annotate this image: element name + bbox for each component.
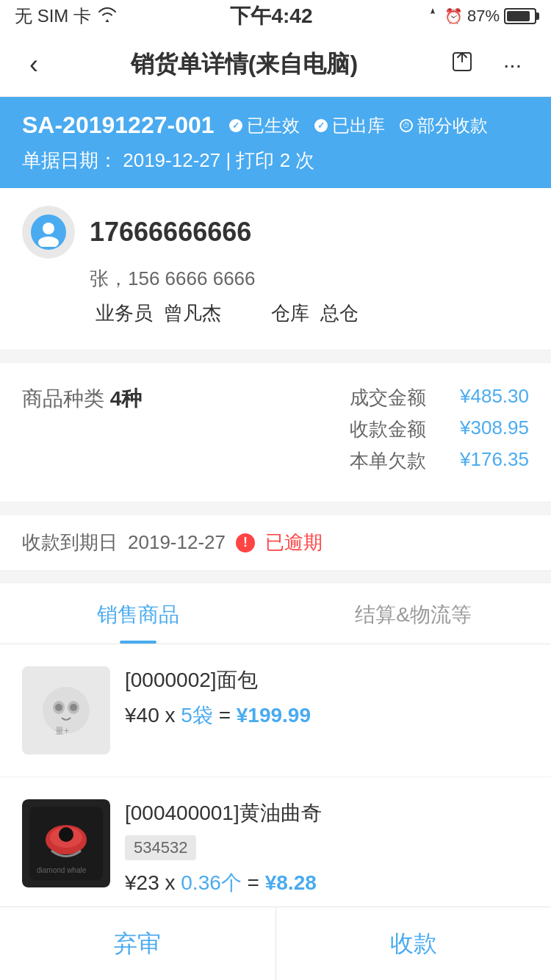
svg-point-2: [38, 237, 59, 247]
customer-info: 张，156 6666 6666 业务员 曾凡杰 仓库 总仓: [22, 266, 529, 326]
cancel-button[interactable]: 弃审: [0, 907, 276, 980]
overdue-date: 2019-12-27: [128, 531, 226, 554]
warehouse-row: 仓库 总仓: [265, 300, 359, 326]
received-label: 收款金额: [350, 417, 426, 442]
svg-point-6: [55, 704, 62, 711]
total-2: ¥8.28: [265, 871, 317, 894]
product-sku-2: 534532: [125, 835, 196, 860]
amount-row: 成交金额 ¥485.30: [350, 385, 529, 411]
print-suffix: 次: [295, 149, 314, 171]
avatar-icon: [31, 215, 66, 250]
more-button[interactable]: ···: [496, 45, 529, 84]
equals-1: =: [213, 704, 237, 727]
order-date-row: 单据日期： 2019-12-27 | 打印 2 次: [22, 148, 529, 173]
received-row: 收款金额 ¥308.95: [350, 417, 529, 442]
equals-2: =: [242, 871, 265, 894]
salesperson-label: 业务员: [96, 302, 153, 324]
overdue-icon: !: [236, 533, 255, 552]
customer-meta: 业务员 曾凡杰 仓库 总仓: [90, 300, 529, 326]
status-partial: ⏱ 部分收款: [400, 114, 488, 137]
customer-phone: 张，156 6666 6666: [90, 266, 529, 292]
svg-point-12: [59, 827, 73, 842]
product-info-1: [0000002]面包 ¥40 x 5袋 = ¥199.99: [125, 666, 529, 729]
product-thumbnail-2: diamond whale: [22, 799, 110, 887]
category-info: 商品种类 4种: [22, 385, 142, 480]
separator: |: [226, 149, 236, 171]
avatar: [22, 206, 75, 259]
battery-icon: [504, 8, 536, 24]
print-label: 打印: [236, 149, 274, 171]
status-time: 下午4:42: [230, 2, 312, 30]
amount-label: 成交金额: [350, 385, 426, 411]
confirm-button[interactable]: 收款: [276, 907, 552, 980]
qty-1: 5袋: [181, 704, 213, 727]
price-text-1: ¥40 x: [125, 704, 181, 727]
summary-section: 商品种类 4种 成交金额 ¥485.30 收款金额 ¥308.95 本单欠款 ¥…: [0, 362, 551, 502]
nav-bar: ‹ 销货单详情(来自电脑) ···: [0, 32, 551, 97]
product-list: 量+ [0000002]面包 ¥40 x 5袋 = ¥199.99: [0, 644, 551, 920]
status-left: 无 SIM 卡: [15, 4, 118, 28]
alarm-icon: ⏰: [444, 7, 463, 25]
thumb-placeholder-1: 量+: [22, 666, 110, 754]
order-date: 2019-12-27: [123, 149, 220, 171]
battery-percentage: 87%: [467, 7, 500, 26]
overdue-label: 收款到期日: [22, 530, 118, 555]
bottom-bar: 弃审 收款: [0, 907, 551, 980]
warehouse-value: 总仓: [320, 302, 359, 324]
thumb-img-2: diamond whale: [22, 799, 110, 887]
product-thumbnail-1: 量+: [22, 666, 110, 754]
status-right: ⏰ 87%: [425, 7, 536, 26]
effective-dot-icon: [229, 119, 242, 132]
overdue-status: 已逾期: [265, 530, 323, 555]
svg-point-7: [70, 704, 77, 711]
product-name-2: [000400001]黄油曲奇: [125, 799, 529, 827]
date-label: 单据日期：: [22, 149, 118, 171]
wifi-icon: [97, 6, 118, 26]
shipped-dot-icon: [314, 119, 328, 132]
category-value: 4种: [110, 387, 143, 410]
print-count: 2: [280, 149, 290, 171]
tab-products[interactable]: 销售商品: [0, 583, 276, 644]
svg-point-1: [43, 223, 54, 234]
total-1: ¥199.99: [237, 704, 311, 727]
order-id: SA-20191227-001: [22, 112, 215, 139]
list-item: diamond whale [000400001]黄油曲奇 534532 ¥23…: [0, 777, 551, 920]
amount-value: ¥485.30: [441, 385, 529, 411]
received-value: ¥308.95: [441, 417, 529, 442]
price-text-2: ¥23 x: [125, 871, 181, 894]
battery-fill: [507, 11, 530, 21]
customer-section: 17666666666 张，156 6666 6666 业务员 曾凡杰 仓库 总…: [0, 188, 551, 350]
product-info-2: [000400001]黄油曲奇 534532 ¥23 x 0.36个 = ¥8.…: [125, 799, 529, 897]
svg-text:diamond whale: diamond whale: [37, 866, 87, 874]
tab-settlement[interactable]: 结算&物流等: [276, 583, 551, 644]
order-status-row: SA-20191227-001 已生效 已出库 ⏱ 部分收款: [22, 112, 529, 139]
amount-info: 成交金额 ¥485.30 收款金额 ¥308.95 本单欠款 ¥176.35: [350, 385, 529, 480]
summary-grid: 商品种类 4种 成交金额 ¥485.30 收款金额 ¥308.95 本单欠款 ¥…: [22, 385, 529, 480]
partial-label: 部分收款: [417, 114, 488, 137]
overdue-section: 收款到期日 2019-12-27 ! 已逾期: [0, 514, 551, 571]
back-button[interactable]: ‹: [22, 42, 46, 87]
product-price-2: ¥23 x 0.36个 = ¥8.28: [125, 869, 529, 897]
effective-label: 已生效: [247, 114, 300, 137]
list-item: 量+ [0000002]面包 ¥40 x 5袋 = ¥199.99: [0, 644, 551, 777]
category-label: 商品种类: [22, 387, 104, 410]
share-button[interactable]: [443, 43, 481, 86]
customer-id: 17666666666: [90, 217, 251, 248]
clock-icon: ⏱: [400, 119, 413, 132]
status-effective: 已生效: [229, 114, 300, 137]
customer-row: 17666666666: [22, 206, 529, 259]
due-value: ¥176.35: [441, 448, 529, 474]
warehouse-label: 仓库: [271, 302, 309, 324]
shipped-label: 已出库: [332, 114, 385, 137]
location-icon: [425, 7, 440, 26]
status-shipped: 已出库: [314, 114, 385, 137]
product-price-1: ¥40 x 5袋 = ¥199.99: [125, 702, 529, 729]
salesperson-value: 曾凡杰: [164, 302, 221, 324]
page-title: 销货单详情(来自电脑): [131, 48, 358, 81]
tab-settlement-label: 结算&物流等: [355, 603, 472, 626]
qty-2: 0.36个: [181, 871, 242, 894]
product-name-1: [0000002]面包: [125, 666, 529, 694]
carrier-text: 无 SIM 卡: [15, 4, 91, 28]
tabs-header: 销售商品 结算&物流等: [0, 583, 551, 644]
due-label: 本单欠款: [350, 448, 426, 474]
